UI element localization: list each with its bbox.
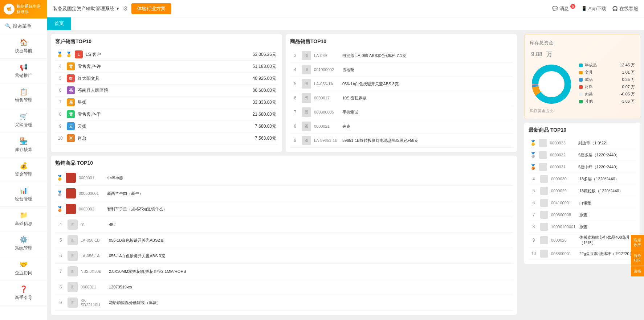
rank-number: 4 [57, 222, 65, 227]
customer-avatar: 零 [67, 110, 75, 118]
product-thumbnail: 图 [68, 235, 78, 245]
table-row: 10 肖 肖总 7,563.00元 [55, 132, 278, 144]
product-code: 004100001 [551, 201, 576, 205]
legend-item: 成品 0.25 万 [579, 77, 635, 82]
sidebar-item-采购管理[interactable]: 🛒采购管理 [0, 108, 47, 133]
product-code: LA-056-1B [81, 238, 106, 242]
sidebar-item-企业协同[interactable]: 🤝企业协同 [0, 256, 47, 281]
messages-button[interactable]: 💬 消息 6 [552, 5, 575, 12]
legend-label: 材料 [585, 84, 620, 90]
table-row: 🥇 🥇 L LS 客户 53,006.26元 [55, 49, 278, 61]
list-item: 5 0000029 18颗粒板（1220*2440） [529, 185, 636, 197]
sidebar-item-快捷导航[interactable]: 🏠快捷导航 [0, 34, 47, 59]
nav-label: 采购管理 [15, 122, 32, 128]
legend-label: 成品 [585, 77, 620, 82]
settings-icon[interactable]: ⚙ [123, 5, 128, 12]
nav-label: 库存核算 [15, 147, 32, 153]
table-row: 9 云 云扬 7,680.00元 [55, 120, 278, 132]
sidebar-nav: 🏠快捷导航📢营销推广📋销售管理🛒采购管理🏪库存核算💰资金管理📊经营管理📁基础信息… [0, 34, 47, 320]
sidebar-item-营销推广[interactable]: 📢营销推广 [0, 59, 47, 83]
medal-gold-icon: 🥇 [66, 52, 72, 57]
search-icon: 🔍 [5, 23, 11, 29]
online-service-button[interactable]: 🎧 在线客服 [612, 5, 638, 12]
product-name: 056-1B白色按键开关壳ABS2克 [109, 238, 511, 243]
sidebar-item-经营管理[interactable]: 📊经营管理 [0, 182, 47, 207]
product-code: 0000028 [551, 238, 576, 242]
product-sale-top-table: 3 图 LA-089 电池盖 LA-089 ABS本色+黑种 7.1克 4 图 … [290, 49, 513, 148]
customer-name: 星扬 [78, 99, 250, 106]
nav-label: 新手引导 [15, 295, 32, 301]
nav-icon: 📋 [20, 88, 28, 96]
sidebar-item-基础信息[interactable]: 📁基础信息 [0, 207, 47, 231]
product-thumbnail [540, 199, 548, 207]
rank-number: 9 [530, 238, 537, 243]
float-button[interactable]: 直播 [631, 266, 644, 276]
product-name: 10S 变扭罗浆 [342, 95, 511, 101]
new-products-card: 最新商品 TOP10 🥇 0000033 封边带（1.0*22） 🥈 00000… [524, 123, 640, 264]
sidebar-item-系统管理[interactable]: ⚙️系统管理 [0, 231, 47, 256]
legend-dot [579, 71, 583, 74]
rank-number: 8 [292, 124, 299, 129]
legend-item: 材料 0.07 万 [579, 84, 635, 90]
inventory-card: 库存总资金 9.88 万 [524, 34, 640, 119]
product-thumbnail [540, 211, 548, 219]
rank-number: 4 [530, 176, 537, 181]
sidebar-item-库存核算[interactable]: 🏪库存核算 [0, 133, 47, 157]
medal-silver-icon: 🥈 [57, 190, 63, 196]
legend-dot [579, 63, 583, 67]
legend-value: 0.25 万 [622, 77, 635, 82]
chevron-down-icon: ▾ [117, 6, 119, 11]
table-row: 7 图 000800005 手机测试 [290, 105, 513, 119]
sidebar-item-资金管理[interactable]: 💰资金管理 [0, 157, 47, 182]
sidebar-item-新手引导[interactable]: ❓新手引导 [0, 281, 47, 305]
product-thumbnail: 图 [68, 266, 78, 276]
legend-item: 文具 1.01 万 [579, 70, 635, 75]
inventory-amount: 9.88 万 [530, 48, 635, 59]
product-thumbnail [540, 223, 548, 231]
sidebar: 畅 畅捷通好生意 标准版 🔍 搜索菜单 🏠快捷导航📢营销推广📋销售管理🛒采购管理… [0, 0, 47, 320]
product-code: 000500001 [79, 191, 104, 196]
product-thumbnail [539, 139, 547, 147]
rank-number: 7 [292, 110, 299, 115]
product-code: 01 [81, 222, 106, 227]
rank-number: 3 [292, 53, 299, 58]
product-name: 056-1A白色按键开关盖ABS 3克 [342, 81, 511, 87]
customer-top-table: 🥇 🥇 L LS 客户 53,006.26元 4 零 零售客户-许 51,183… [55, 49, 278, 144]
product-name: 45# [109, 222, 511, 227]
trial-button[interactable]: 体验行业方案 [131, 3, 171, 14]
rank-number: 5 [57, 238, 65, 243]
product-code: 0000029 [551, 189, 576, 193]
list-item: 🥇 0000033 封边带（1.0*22） [529, 137, 636, 149]
sidebar-item-销售管理[interactable]: 📋销售管理 [0, 83, 47, 108]
tab-home[interactable]: 首页 [47, 17, 71, 30]
search-menu-button[interactable]: 🔍 搜索菜单 [3, 21, 44, 31]
hot-products-title: 热销商品 TOP10 [55, 160, 513, 167]
medal-bronze-icon: 🥉 [57, 206, 63, 212]
list-item: 🥈 000500001 新西兰牛肉（新牛） [55, 186, 513, 201]
customer-amount: 21,680.00元 [253, 111, 276, 118]
hot-products-card: 热销商品 TOP10 🥇 0000001 中华神器 🥈 000500001 新西… [51, 156, 517, 315]
float-button[interactable]: 客服 热线 [631, 235, 644, 250]
product-code: LA-089 [314, 53, 339, 58]
inventory-legend: 半成品 12.45 万 文具 1.01 万 成品 0.25 万 材料 0.07 … [579, 62, 635, 106]
rank-number: 7 [57, 269, 65, 274]
product-name: 5厘多层（1220*2440） [578, 152, 635, 158]
app-download-button[interactable]: 📱 App下载 [581, 5, 606, 12]
rank-number: 10 [530, 251, 537, 256]
product-code: 10000100001 [551, 225, 576, 229]
product-code: LA-056-1A [81, 254, 106, 258]
product-name: 新西兰牛肉（新牛） [107, 191, 511, 196]
customer-name: 苍南县人民医院 [78, 87, 250, 94]
list-item: 9 0000028 体械嘉枝味苏打饮品400毫升（1*15） [529, 233, 636, 248]
customer-amount: 7,563.00元 [255, 135, 276, 141]
table-row: 9 图 LA-59651-1B 59651-1B旋转投影灯电池盒ABS黑色+58… [290, 134, 513, 148]
nav-icon: 📁 [20, 211, 28, 219]
product-thumbnail: 图 [302, 107, 311, 117]
product-thumbnail: 图 [68, 220, 78, 230]
svg-point-5 [539, 72, 563, 96]
donut-chart [530, 62, 573, 106]
float-button[interactable]: 服务 社区 [631, 250, 644, 266]
sidebar-search[interactable]: 🔍 搜索菜单 [0, 19, 47, 34]
rank-number: 8 [57, 112, 64, 117]
system-selector[interactable]: 装备及固定资产辅助管理系统 ▾ [53, 5, 119, 12]
